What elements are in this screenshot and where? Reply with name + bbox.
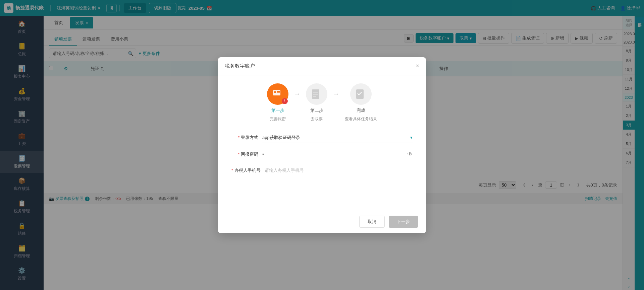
modal-form: 登录方式 app获取验证码登录 ▾ 网报密码 👁 办税人手机 bbox=[231, 133, 413, 175]
step-3: 完成 查看具体任务结果 bbox=[345, 83, 377, 122]
password-label: 网报密码 bbox=[231, 151, 258, 157]
step1-icon: ! bbox=[267, 83, 288, 105]
modal-spacer bbox=[231, 182, 413, 202]
password-row: 网报密码 👁 bbox=[231, 150, 413, 159]
tax-digital-modal: 税务数字账户 × ! 第一步 bbox=[218, 57, 426, 233]
step2-label: 第二步 bbox=[310, 107, 323, 114]
password-input[interactable] bbox=[262, 150, 413, 159]
stepper: ! 第一步 完善账密 → bbox=[231, 83, 413, 122]
step1-error-badge: ! bbox=[282, 98, 288, 104]
step2-icon bbox=[306, 83, 327, 105]
step3-label: 完成 bbox=[357, 107, 365, 114]
password-toggle-btn[interactable]: 👁 bbox=[407, 151, 413, 157]
step1-label: 第一步 bbox=[271, 107, 284, 114]
step3-desc: 查看具体任务结果 bbox=[345, 116, 377, 122]
taxpayer-phone-input[interactable] bbox=[265, 166, 413, 175]
cancel-button[interactable]: 取消 bbox=[359, 216, 385, 228]
arrow2: → bbox=[327, 83, 345, 98]
login-method-select[interactable]: app获取验证码登录 ▾ bbox=[262, 133, 413, 143]
modal-header: 税务数字账户 × bbox=[218, 57, 426, 75]
password-field-wrap: 👁 bbox=[262, 150, 413, 159]
step2-desc: 去取票 bbox=[311, 116, 323, 122]
login-method-label: 登录方式 bbox=[231, 135, 258, 141]
step-1: ! 第一步 完善账密 bbox=[267, 83, 288, 122]
next-button[interactable]: 下一步 bbox=[389, 216, 418, 228]
step-2: 第二步 去取票 bbox=[306, 83, 327, 122]
modal-overlay: 税务数字账户 × ! 第一步 bbox=[0, 0, 644, 290]
taxpayer-phone-label: 办税人手机号 bbox=[231, 167, 261, 173]
modal-body: ! 第一步 完善账密 → bbox=[218, 75, 426, 210]
svg-point-1 bbox=[274, 91, 276, 93]
modal-close-btn[interactable]: × bbox=[416, 63, 419, 70]
select-chevron-icon: ▾ bbox=[410, 135, 413, 140]
taxpayer-phone-row: 办税人手机号 bbox=[231, 166, 413, 175]
step1-desc: 完善账密 bbox=[270, 116, 286, 122]
modal-title: 税务数字账户 bbox=[225, 63, 255, 69]
login-method-row: 登录方式 app获取验证码登录 ▾ bbox=[231, 133, 413, 143]
arrow1: → bbox=[288, 83, 306, 98]
step3-icon bbox=[350, 83, 372, 105]
modal-footer: 取消 下一步 bbox=[218, 210, 426, 233]
